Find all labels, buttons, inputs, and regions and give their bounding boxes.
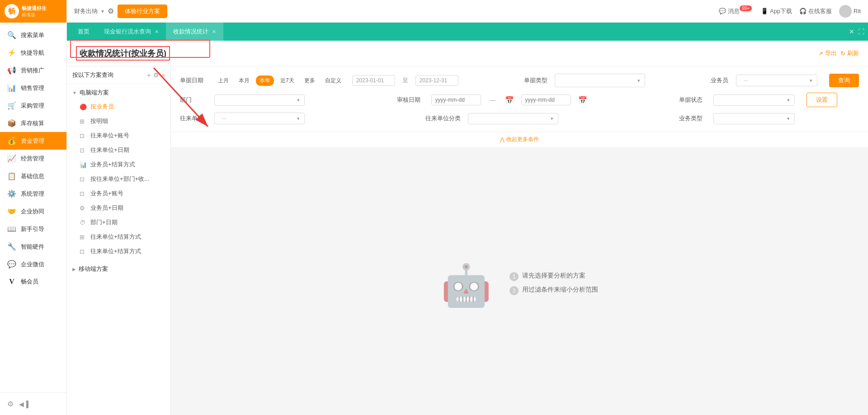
top-right: 💬 消息 99+ 📱 App下载 🎧 在线客服 Rit	[719, 5, 861, 18]
message-item[interactable]: 💬 消息 99+	[719, 7, 754, 15]
tab-collection[interactable]: 收款情况统计 ✕	[166, 23, 223, 41]
tree-item-partner-settlement-1[interactable]: ⊞ 往来单位+结算方式	[67, 230, 170, 244]
collapse-sidebar-icon[interactable]: ◀▐	[19, 401, 28, 408]
inventory-icon: 📦	[7, 119, 16, 127]
tree-item-partner-account[interactable]: ⊡ 往来单位+账号	[67, 128, 170, 143]
partner-dropdown[interactable]: ··· ▾	[214, 113, 305, 124]
tree-item-partner-settlement-2[interactable]: ⊡ 往来单位+结算方式	[67, 244, 170, 259]
sidebar-item-guide[interactable]: 📖 新手引导	[0, 220, 66, 238]
date-btn-this-month[interactable]: 本月	[235, 75, 253, 86]
tree-item-partner-dept[interactable]: ⊡ 按往来单位+部门+收...	[67, 172, 170, 186]
sidebar-item-system[interactable]: ⚙️ 系统管理	[0, 185, 66, 203]
sidebar-item-operations[interactable]: 📈 经营管理	[0, 150, 66, 167]
mobile-section-header[interactable]: ▶ 移动端方案	[67, 262, 170, 276]
dept-label: 部门	[180, 96, 207, 104]
sidebar-item-basic[interactable]: 📋 基础信息	[0, 167, 66, 185]
review-from-input[interactable]	[431, 94, 481, 105]
date-btn-more[interactable]: 更多	[301, 75, 319, 86]
date-label: 单据日期	[180, 76, 207, 85]
window-close-icon[interactable]: ✕	[849, 28, 854, 35]
vip-icon: V	[7, 278, 16, 286]
header-gear-button[interactable]: ⚙	[108, 7, 114, 15]
biz-type-dropdown[interactable]: ▾	[713, 113, 795, 124]
sidebar-item-label: 营销推广	[21, 66, 44, 75]
message-label: 消息	[728, 7, 740, 15]
tree-item-label: 业务员+日期	[90, 204, 123, 212]
tree-item-label: 部门+日期	[90, 218, 118, 226]
query-button[interactable]: 查询	[829, 74, 859, 87]
app-download-item[interactable]: 📱 App下载	[761, 7, 792, 15]
sidebar-item-quicknav[interactable]: ⚡ 快捷导航	[0, 44, 66, 61]
review-calendar-icon-1[interactable]: 📅	[505, 96, 514, 104]
service-item[interactable]: 🎧 在线客服	[799, 7, 832, 15]
tree-item-by-salesperson[interactable]: 🔴 按业务员	[67, 99, 170, 114]
settings-icon[interactable]: ⚙	[7, 400, 14, 408]
breadcrumb: 财务出纳	[74, 7, 98, 15]
page-header: 收款情况统计(按业务员) ↗ 导出 ↻ 刷新	[67, 41, 868, 66]
review-to-input[interactable]	[521, 94, 571, 105]
sidebar-item-marketing[interactable]: 📢 营销推广	[0, 61, 66, 79]
sidebar-item-search[interactable]: 🔍 搜索菜单	[0, 26, 66, 44]
sidebar-item-wechat[interactable]: 💬 企业微信	[0, 255, 66, 273]
partner-more-icon[interactable]: ···	[222, 115, 226, 122]
table-icon-2: ⊡	[80, 147, 87, 154]
user-item[interactable]: Rit	[839, 5, 861, 18]
partner-category-dropdown[interactable]: ▾	[468, 113, 558, 124]
category-value	[560, 76, 566, 85]
sidebar-item-purchase[interactable]: 🛒 采购管理	[0, 97, 66, 114]
date-to-input[interactable]	[415, 75, 458, 86]
tab-cashflow[interactable]: 现金银行流水查询 ✕	[97, 23, 166, 41]
tree-item-label: 按明细	[90, 117, 108, 125]
date-btn-7days[interactable]: 近7天	[277, 75, 298, 86]
tree-item-salesperson-settlement[interactable]: 📊 业务员+结算方式	[67, 157, 170, 172]
biz-type-chevron-icon: ▾	[787, 116, 790, 122]
window-expand-icon[interactable]: ⛶	[858, 28, 864, 35]
tab-cashflow-close-icon[interactable]: ✕	[155, 29, 159, 35]
refresh-button[interactable]: ↻ 刷新	[840, 49, 859, 57]
panel-add-button[interactable]: +	[147, 71, 151, 79]
date-btn-this-year[interactable]: 本年	[256, 75, 274, 86]
salesperson-label: 业务员	[711, 76, 729, 85]
sidebar-item-vip[interactable]: V 畅会员	[0, 273, 66, 290]
review-calendar-icon-2[interactable]: 📅	[578, 96, 587, 104]
tree-item-salesperson-account[interactable]: ⊡ 业务员+账号	[67, 186, 170, 201]
salesperson-dropdown[interactable]: ··· ▾	[736, 75, 817, 86]
sidebar-item-sales[interactable]: 📊 销售管理	[0, 79, 66, 97]
date-from-input[interactable]	[352, 75, 395, 86]
sidebar-item-collab[interactable]: 🤝 企业协同	[0, 203, 66, 220]
sidebar-item-hardware[interactable]: 🔧 智能硬件	[0, 238, 66, 255]
grid-icon-2: ⊞	[80, 234, 87, 241]
collapse-bar[interactable]: ⋀ 收起更多条件	[171, 132, 868, 147]
date-btn-custom[interactable]: 自定义	[321, 75, 345, 86]
tree-item-dept-date[interactable]: ⏱ 部门+日期	[67, 215, 170, 230]
sidebar-item-label: 新手引导	[21, 225, 44, 233]
sidebar-item-label: 搜索菜单	[21, 31, 44, 39]
panel-settings-button[interactable]: ⚙	[153, 71, 159, 79]
salesperson-more-icon[interactable]: ···	[744, 77, 748, 84]
tree-item-detail[interactable]: ⊞ 按明细	[67, 114, 170, 128]
sidebar-item-label: 销售管理	[21, 84, 44, 92]
settings-button[interactable]: 设置	[807, 93, 837, 107]
tab-home[interactable]: 首页	[71, 28, 97, 36]
desktop-section-header[interactable]: ▼ 电脑端方案	[67, 86, 170, 99]
user-avatar	[839, 5, 852, 18]
category-dropdown[interactable]: ▾	[555, 74, 645, 87]
sidebar-item-finance[interactable]: 💰 资金管理	[0, 132, 66, 150]
tab-collection-close-icon[interactable]: ✕	[212, 29, 216, 35]
breadcrumb-dropdown-icon[interactable]: ▾	[101, 8, 104, 14]
sidebar-item-inventory[interactable]: 📦 库存核算	[0, 114, 66, 132]
filter-row-1: 单据日期 上月 本月 本年 近7天 更多 自定义 至	[180, 74, 859, 87]
export-button[interactable]: ↗ 导出	[818, 49, 837, 57]
status-label: 单据状态	[679, 96, 706, 104]
salesperson-chevron-icon: ▾	[810, 78, 812, 84]
date-btn-last-month[interactable]: 上月	[214, 75, 232, 86]
panel-collapse-button[interactable]: «	[162, 72, 165, 78]
tree-item-partner-date[interactable]: ⊡ 往来单位+日期	[67, 143, 170, 157]
trial-button[interactable]: 体验行业方案	[118, 5, 167, 18]
tab-bar-right: ✕ ⛶	[849, 28, 864, 35]
empty-illustration: 🤖	[441, 262, 491, 309]
tree-item-salesperson-date[interactable]: ⚙ 业务员+日期	[67, 201, 170, 215]
status-dropdown[interactable]: ▾	[713, 94, 795, 106]
dept-dropdown[interactable]: ▾	[214, 94, 305, 106]
empty-tips: 1 请先选择要分析的方案 2 用过滤条件来缩小分析范围	[509, 272, 598, 300]
